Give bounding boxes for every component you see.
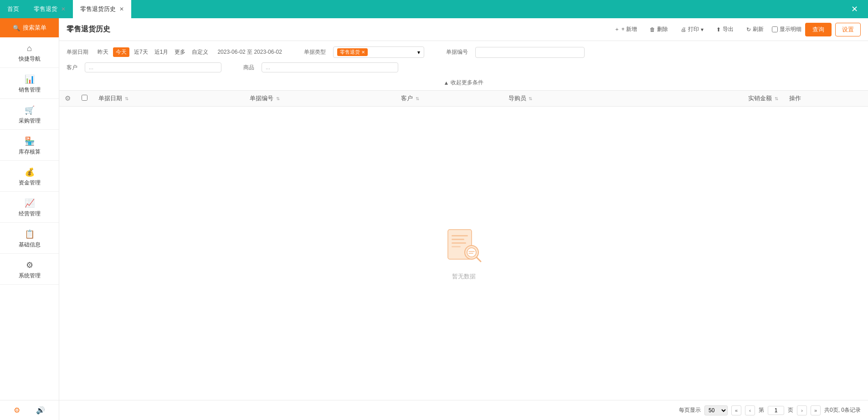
customer-select[interactable]: ... <box>85 62 221 72</box>
new-button[interactable]: ＋ + 新增 <box>610 23 642 36</box>
export-label: 导出 <box>723 26 734 33</box>
customer-label: 客户 <box>67 64 77 72</box>
bill-type-tag-close[interactable]: ✕ <box>361 50 365 55</box>
bill-type-label: 单据类型 <box>304 48 326 56</box>
query-button[interactable]: 查询 <box>805 23 832 36</box>
bill-type-tag: 零售退货 ✕ <box>337 48 368 56</box>
header-actions: ＋ + 新增 🗑 删除 🖨 打印 ▾ ⬆ 导出 ↻ <box>610 23 861 36</box>
tab-retail-return-history-close[interactable]: ✕ <box>119 6 124 12</box>
col-operation: 操作 <box>784 91 868 107</box>
show-detail-checkbox[interactable] <box>772 26 778 32</box>
date-opt-last7[interactable]: 近7天 <box>132 47 150 57</box>
date-opt-more[interactable]: 更多 <box>173 47 187 57</box>
window-close-button[interactable]: ✕ <box>848 3 861 15</box>
col-guide[interactable]: 导购员 ⇅ <box>503 91 632 107</box>
tab-home[interactable]: 首页 <box>0 0 26 18</box>
col-settings: ⚙ <box>59 91 76 107</box>
per-page-label: 每页显示 <box>679 406 701 414</box>
select-all-checkbox[interactable] <box>82 95 87 101</box>
sidebar-item-quick-nav-label: 快捷导航 <box>19 55 41 63</box>
customer-placeholder: ... <box>89 64 93 71</box>
filter-row-2: 客户 ... 商品 ... <box>67 62 861 72</box>
col-guide-sort-icon: ⇅ <box>529 96 532 101</box>
new-icon: ＋ <box>614 26 620 33</box>
date-opt-last1m[interactable]: 近1月 <box>153 47 170 57</box>
sidebar-item-finance[interactable]: 💰 资金管理 <box>0 161 59 192</box>
collapse-icon: ▲ <box>444 80 449 86</box>
column-settings-icon[interactable]: ⚙ <box>65 94 71 102</box>
sidebar-item-sales-label: 销售管理 <box>19 86 41 94</box>
date-range-display: 2023-06-02 至 2023-06-02 <box>217 48 282 56</box>
per-page-select[interactable]: 50 10 20 100 <box>704 405 728 415</box>
col-checkbox[interactable] <box>76 91 93 107</box>
system-icon: ⚙ <box>26 260 33 270</box>
table-head: ⚙ 单据日期 ⇅ 单据编号 ⇅ <box>59 91 868 107</box>
sidebar-item-system[interactable]: ⚙ 系统管理 <box>0 254 59 285</box>
next-page-button[interactable]: › <box>797 405 807 415</box>
col-customer-sort-icon: ⇅ <box>416 96 419 101</box>
refresh-icon: ↻ <box>746 26 751 33</box>
sidebar-item-quick-nav[interactable]: ⌂ 快捷导航 <box>0 37 59 68</box>
page-number-input[interactable] <box>768 406 784 415</box>
bill-no-input[interactable] <box>475 47 585 58</box>
tab-retail-return-label: 零售退货 <box>34 5 57 13</box>
inventory-icon: 🏪 <box>25 136 35 146</box>
svg-rect-3 <box>452 242 466 244</box>
table-header-row: ⚙ 单据日期 ⇅ 单据编号 ⇅ <box>59 91 868 107</box>
date-options: 昨天 今天 近7天 近1月 更多 自定义 <box>96 47 210 57</box>
bill-type-tag-label: 零售退货 <box>340 49 360 56</box>
last-page-button[interactable]: » <box>811 405 821 415</box>
col-date-sort-icon: ⇅ <box>125 96 128 101</box>
content-area: 零售退货历史 ＋ + 新增 🗑 删除 🖨 打印 ▾ ⬆ 导出 <box>59 18 868 420</box>
settings-bottom-icon[interactable]: ⚙ <box>14 406 20 415</box>
volume-icon[interactable]: 🔊 <box>36 406 45 415</box>
filter-row-1: 单据日期 昨天 今天 近7天 近1月 更多 自定义 2023-06-02 至 2… <box>67 46 861 58</box>
bill-no-label: 单据编号 <box>446 48 468 56</box>
col-date[interactable]: 单据日期 ⇅ <box>93 91 244 107</box>
sidebar-item-sales[interactable]: 📊 销售管理 <box>0 68 59 99</box>
print-icon: 🖨 <box>681 26 686 33</box>
sales-icon: 📊 <box>25 74 35 84</box>
sidebar-search[interactable]: 🔍 搜索菜单 <box>0 18 59 37</box>
sidebar-item-inventory-label: 库存核算 <box>19 148 41 156</box>
delete-icon: 🗑 <box>650 26 655 33</box>
goods-select[interactable]: ... <box>262 62 398 72</box>
date-opt-custom[interactable]: 自定义 <box>190 47 210 57</box>
pagination-bar: 每页显示 50 10 20 100 « ‹ 第 页 › » 共0页, 0条记录 <box>59 400 868 420</box>
collapse-button[interactable]: ▲ 收起更多条件 <box>67 77 861 90</box>
settings-button[interactable]: 设置 <box>835 23 861 36</box>
date-label: 单据日期 <box>67 48 88 56</box>
export-button[interactable]: ⬆ 导出 <box>712 23 738 36</box>
col-bill-no[interactable]: 单据编号 ⇅ <box>244 91 395 107</box>
col-bill-no-label: 单据编号 <box>250 95 273 102</box>
col-operation-label: 操作 <box>789 95 801 102</box>
sidebar-item-base-info[interactable]: 📋 基础信息 <box>0 223 59 254</box>
tab-retail-return[interactable]: 零售退货 ✕ <box>26 0 73 18</box>
main-layout: 🔍 搜索菜单 ⌂ 快捷导航 📊 销售管理 🛒 采购管理 🏪 库存核算 💰 <box>0 18 868 420</box>
refresh-label: 刷新 <box>753 26 764 33</box>
prev-page-button[interactable]: ‹ <box>745 405 755 415</box>
bill-type-select[interactable]: 零售退货 ✕ ▾ <box>333 46 424 58</box>
delete-button[interactable]: 🗑 删除 <box>645 23 673 36</box>
page-header: 零售退货历史 ＋ + 新增 🗑 删除 🖨 打印 ▾ ⬆ 导出 <box>59 18 868 41</box>
sidebar-item-inventory[interactable]: 🏪 库存核算 <box>0 130 59 161</box>
print-button[interactable]: 🖨 打印 ▾ <box>676 23 708 36</box>
sidebar-item-operation-label: 经营管理 <box>19 210 41 218</box>
date-opt-today[interactable]: 今天 <box>113 47 129 57</box>
tab-retail-return-close[interactable]: ✕ <box>61 6 66 12</box>
table-area: ⚙ 单据日期 ⇅ 单据编号 ⇅ <box>59 91 868 400</box>
sidebar-item-purchase[interactable]: 🛒 采购管理 <box>0 99 59 130</box>
first-page-button[interactable]: « <box>731 405 741 415</box>
refresh-button[interactable]: ↻ 刷新 <box>742 23 768 36</box>
total-label: 共0页, 0条记录 <box>824 406 861 414</box>
col-bill-no-sort-icon: ⇅ <box>276 96 280 101</box>
col-guide-label: 导购员 <box>508 95 526 102</box>
col-amount[interactable]: 实销金额 ⇅ <box>632 91 784 107</box>
col-customer[interactable]: 客户 ⇅ <box>395 91 503 107</box>
tab-retail-return-history[interactable]: 零售退货历史 ✕ <box>73 0 131 18</box>
sidebar-bottom: ⚙ 🔊 <box>0 400 59 420</box>
date-opt-yesterday[interactable]: 昨天 <box>96 47 110 57</box>
col-customer-label: 客户 <box>401 95 413 102</box>
sidebar-item-operation[interactable]: 📈 经营管理 <box>0 192 59 223</box>
print-label: 打印 <box>688 26 699 33</box>
